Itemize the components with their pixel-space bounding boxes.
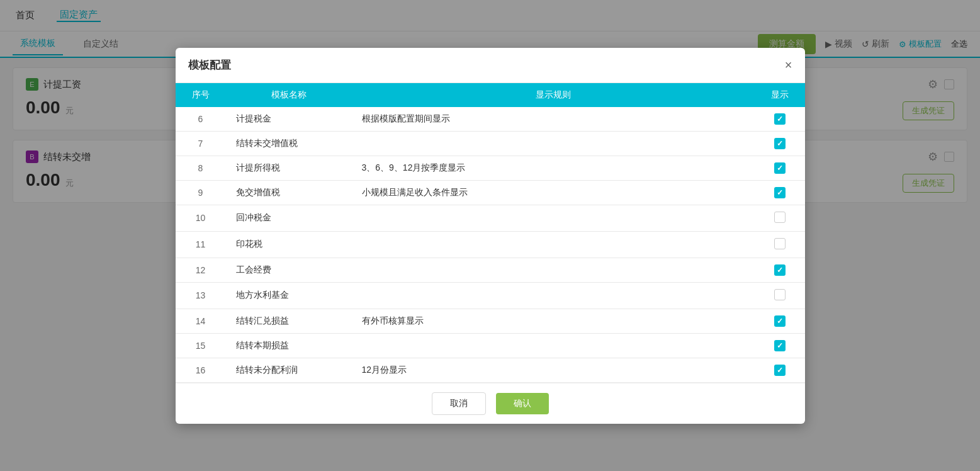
th-seq: 序号 (176, 83, 226, 107)
cell-seq-10: 16 (176, 358, 226, 382)
cell-check-3 (755, 180, 805, 205)
cell-name-8: 结转汇兑损益 (226, 309, 352, 333)
table-row: 16结转未分配利润12月份显示 (176, 358, 805, 382)
modal-header: 模板配置 × (176, 48, 805, 83)
cell-rule-9 (352, 333, 755, 358)
cell-rule-5 (352, 231, 755, 258)
cancel-button[interactable]: 取消 (432, 392, 486, 415)
cell-name-10: 结转未分配利润 (226, 358, 352, 382)
checkbox-7[interactable] (774, 289, 786, 300)
checkbox-0[interactable] (774, 113, 786, 125)
modal-template-config: 模板配置 × 序号 模板名称 显示规则 显示 6计提税金根据模版配置期间显示7结… (176, 48, 805, 424)
cell-name-6: 工会经费 (226, 258, 352, 282)
cell-name-1: 结转未交增值税 (226, 131, 352, 156)
checkbox-2[interactable] (774, 162, 786, 174)
table-row: 11印花税 (176, 231, 805, 258)
cell-name-7: 地方水利基金 (226, 282, 352, 309)
checkbox-8[interactable] (774, 315, 786, 327)
cell-rule-0: 根据模版配置期间显示 (352, 107, 755, 132)
modal-body: 序号 模板名称 显示规则 显示 6计提税金根据模版配置期间显示7结转未交增值税8… (176, 83, 805, 383)
th-display: 显示 (755, 83, 805, 107)
cell-rule-1 (352, 131, 755, 156)
cell-name-0: 计提税金 (226, 107, 352, 132)
cell-rule-10: 12月份显示 (352, 358, 755, 382)
th-rule: 显示规则 (352, 83, 755, 107)
checkbox-10[interactable] (774, 365, 786, 376)
cell-seq-8: 14 (176, 309, 226, 333)
table-row: 9免交增值税小规模且满足收入条件显示 (176, 180, 805, 205)
modal-title: 模板配置 (188, 58, 231, 72)
cell-name-3: 免交增值税 (226, 180, 352, 205)
table-row: 8计提所得税3、6、9、12月按季度显示 (176, 156, 805, 180)
cell-check-4 (755, 205, 805, 231)
table-row: 14结转汇兑损益有外币核算显示 (176, 309, 805, 333)
table-row: 6计提税金根据模版配置期间显示 (176, 107, 805, 132)
cell-seq-5: 11 (176, 231, 226, 258)
checkbox-1[interactable] (774, 138, 786, 149)
table-row: 13地方水利基金 (176, 282, 805, 309)
cell-check-7 (755, 282, 805, 309)
cell-seq-3: 9 (176, 180, 226, 205)
cell-check-8 (755, 309, 805, 333)
modal-table: 序号 模板名称 显示规则 显示 6计提税金根据模版配置期间显示7结转未交增值税8… (176, 83, 805, 383)
confirm-button[interactable]: 确认 (496, 393, 549, 414)
cell-check-5 (755, 231, 805, 258)
cell-rule-7 (352, 282, 755, 309)
cell-seq-0: 6 (176, 107, 226, 132)
table-header-row: 序号 模板名称 显示规则 显示 (176, 83, 805, 107)
modal-close-button[interactable]: × (785, 59, 792, 71)
table-row: 10回冲税金 (176, 205, 805, 231)
table-row: 15结转本期损益 (176, 333, 805, 358)
cell-check-9 (755, 333, 805, 358)
cell-check-2 (755, 156, 805, 180)
table-row: 12工会经费 (176, 258, 805, 282)
cell-check-1 (755, 131, 805, 156)
checkbox-4[interactable] (774, 212, 786, 223)
cell-check-6 (755, 258, 805, 282)
cell-seq-6: 12 (176, 258, 226, 282)
modal-overlay: 模板配置 × 序号 模板名称 显示规则 显示 6计提税金根据模版配置期间显示7结… (0, 0, 980, 471)
checkbox-6[interactable] (774, 264, 786, 276)
cell-seq-1: 7 (176, 131, 226, 156)
cell-check-0 (755, 107, 805, 132)
checkbox-3[interactable] (774, 187, 786, 198)
cell-name-5: 印花税 (226, 231, 352, 258)
cell-name-9: 结转本期损益 (226, 333, 352, 358)
checkbox-5[interactable] (774, 238, 786, 249)
cell-seq-2: 8 (176, 156, 226, 180)
modal-footer: 取消 确认 (176, 383, 805, 424)
th-name: 模板名称 (226, 83, 352, 107)
cell-check-10 (755, 358, 805, 382)
cell-seq-9: 15 (176, 333, 226, 358)
cell-rule-8: 有外币核算显示 (352, 309, 755, 333)
cell-rule-6 (352, 258, 755, 282)
cell-name-2: 计提所得税 (226, 156, 352, 180)
cell-name-4: 回冲税金 (226, 205, 352, 231)
checkbox-9[interactable] (774, 340, 786, 351)
cell-rule-2: 3、6、9、12月按季度显示 (352, 156, 755, 180)
cell-seq-7: 13 (176, 282, 226, 309)
table-row: 7结转未交增值税 (176, 131, 805, 156)
cell-rule-3: 小规模且满足收入条件显示 (352, 180, 755, 205)
cell-seq-4: 10 (176, 205, 226, 231)
cell-rule-4 (352, 205, 755, 231)
